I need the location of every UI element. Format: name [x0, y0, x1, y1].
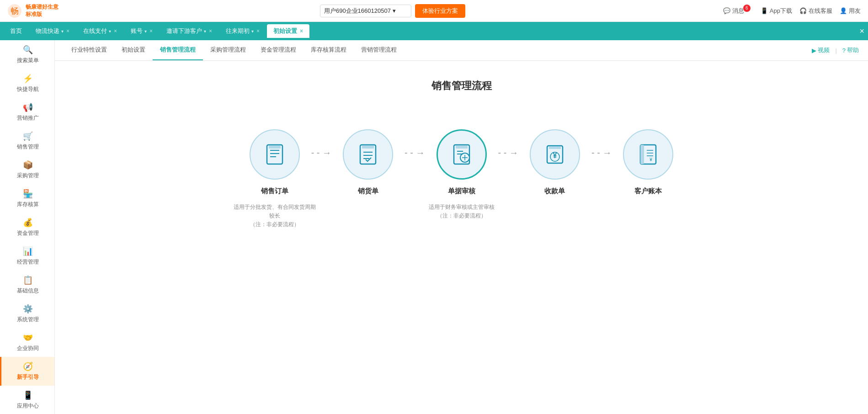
sub-tab-industry[interactable]: 行业特性设置: [64, 40, 114, 60]
sidebar-item-enterprise[interactable]: 🤝 企业协同: [0, 328, 54, 357]
flow-circle-account-book: ¥: [623, 129, 673, 180]
tab-payment[interactable]: 在线支付 ▾ ×: [77, 24, 123, 38]
try-industry-button[interactable]: 体验行业方案: [415, 4, 465, 18]
tab-account[interactable]: 账号 ▾ ×: [124, 24, 159, 38]
main-layout: 🔍 搜索菜单 ⚡ 快捷导航 📢 营销推广 🛒 销售管理 📦 采购管理 🏪 库存核…: [0, 40, 868, 414]
arrow-icon: ▾: [144, 29, 147, 34]
sidebar-item-operation[interactable]: 📊 经营管理: [0, 242, 54, 271]
top-header: 畅 畅康谱好生意 标准版 用户690企业1660120507 ▾ 体验行业方案 …: [0, 0, 868, 22]
sub-tabs: 行业特性设置 初始设置 销售管理流程 采购管理流程 资金管理流程 库存核算流程: [55, 40, 868, 61]
video-icon: ▶: [812, 47, 816, 54]
app-download-item[interactable]: 📱 App下载: [761, 7, 792, 15]
dropdown-icon: ▾: [393, 7, 396, 14]
quick-nav-icon: ⚡: [23, 74, 33, 84]
sidebar-item-app-center[interactable]: 📱 应用中心: [0, 386, 54, 414]
flow-step-delivery[interactable]: 销货单: [327, 129, 409, 203]
help-icon: ?: [842, 47, 846, 54]
logo-text: 畅康谱好生意 标准版: [26, 4, 59, 18]
svg-rect-8: [362, 145, 374, 149]
close-icon[interactable]: ×: [300, 28, 303, 34]
video-link[interactable]: ▶ 视频: [812, 46, 830, 54]
arrow-icon: ▾: [204, 29, 206, 34]
sidebar: 🔍 搜索菜单 ⚡ 快捷导航 📢 营销推广 🛒 销售管理 📦 采购管理 🏪 库存核…: [0, 40, 55, 414]
sidebar-item-quick-nav[interactable]: ⚡ 快捷导航: [0, 69, 54, 98]
header-right: 💬 消息 6 📱 App下载 🎧 在线客服 👤 用友: [723, 7, 861, 15]
logo-icon: 畅: [7, 4, 22, 18]
message-icon: 💬: [723, 7, 730, 14]
flow-step-account-book[interactable]: ¥ 客户账本: [607, 129, 689, 203]
close-icon[interactable]: ×: [114, 28, 117, 34]
flow-desc-sales-order: 适用于分批发货、有合同发货周期较长（注：非必要流程）: [234, 203, 316, 229]
sidebar-item-guide[interactable]: 🧭 新手引导: [0, 357, 54, 386]
online-service-item[interactable]: 🎧 在线客服: [799, 7, 832, 15]
sidebar-item-system[interactable]: ⚙️ 系统管理: [0, 299, 54, 328]
sidebar-item-purchase[interactable]: 📦 采购管理: [0, 155, 54, 184]
purchase-icon: 📦: [23, 160, 33, 170]
tab-initial-setup[interactable]: 初始设置 ×: [267, 24, 309, 38]
sidebar-item-finance[interactable]: 💰 资金管理: [0, 213, 54, 242]
nav-tabs: 首页 物流快递 ▾ × 在线支付 ▾ × 账号 ▾ × 邀请下游客户 ▾ × 往…: [0, 22, 868, 40]
user-selector[interactable]: 用户690企业1660120507 ▾: [320, 5, 411, 17]
svg-text:¥: ¥: [553, 152, 557, 159]
sub-tab-inventory-flow[interactable]: 库存核算流程: [304, 40, 354, 60]
flow-label-delivery: 销货单: [358, 187, 378, 196]
arrow-icon: ▾: [61, 29, 64, 34]
sub-tabs-right: ▶ 视频 | ? 帮助: [812, 46, 859, 54]
search-icon: 🔍: [23, 45, 33, 55]
sub-tab-marketing-flow[interactable]: 营销管理流程: [354, 40, 404, 60]
flow-step-receipt[interactable]: ¥ 收款单: [514, 129, 596, 203]
sub-tab-finance-flow[interactable]: 资金管理流程: [253, 40, 304, 60]
sub-tabs-left: 行业特性设置 初始设置 销售管理流程 采购管理流程 资金管理流程 库存核算流程: [64, 40, 404, 60]
svg-rect-13: [456, 145, 468, 149]
tab-home[interactable]: 首页: [4, 24, 28, 38]
close-all-button[interactable]: ×: [859, 27, 864, 36]
page-title: 销售管理流程: [64, 79, 859, 93]
sub-tab-initial[interactable]: 初始设置: [114, 40, 153, 60]
tab-logistics[interactable]: 物流快递 ▾ ×: [29, 24, 76, 38]
sidebar-item-search[interactable]: 🔍 搜索菜单: [0, 40, 54, 69]
arrow-icon: ▾: [251, 29, 254, 34]
close-icon[interactable]: ×: [209, 28, 212, 34]
svg-text:¥: ¥: [650, 157, 653, 162]
sidebar-item-sales[interactable]: 🛒 销售管理: [0, 127, 54, 155]
close-icon[interactable]: ×: [66, 28, 69, 34]
close-icon[interactable]: ×: [256, 28, 260, 34]
svg-rect-6: [269, 145, 281, 149]
marketing-icon: 📢: [23, 102, 33, 112]
inventory-icon: 🏪: [23, 189, 33, 199]
flow-circle-delivery: [343, 129, 393, 180]
sidebar-item-basic-info[interactable]: 📋 基础信息: [0, 271, 54, 299]
sidebar-item-inventory[interactable]: 🏪 库存核算: [0, 184, 54, 213]
help-link[interactable]: ? 帮助: [842, 46, 859, 54]
sub-tab-sales-flow[interactable]: 销售管理流程: [153, 40, 203, 60]
flow-label-account-book: 客户账本: [634, 187, 662, 196]
flow-step-sales-order[interactable]: 销售订单 适用于分批发货、有合同发货周期较长（注：非必要流程）: [234, 129, 316, 229]
logo-area: 畅 畅康谱好生意 标准版: [7, 4, 62, 18]
svg-rect-24: [640, 145, 644, 164]
flow-circle-receipt: ¥: [530, 129, 580, 180]
close-icon[interactable]: ×: [149, 28, 153, 34]
flow-diagram: 销售订单 适用于分批发货、有合同发货周期较长（注：非必要流程） - - →: [64, 120, 859, 239]
flow-step-approval[interactable]: 单据审核 适用于财务审核或主管审核（注：非必要流程）: [421, 129, 503, 220]
user-item[interactable]: 👤 用友: [840, 7, 861, 15]
sub-tab-purchase-flow[interactable]: 采购管理流程: [203, 40, 253, 60]
sidebar-item-marketing[interactable]: 📢 营销推广: [0, 98, 54, 127]
operation-icon: 📊: [23, 246, 33, 256]
message-item[interactable]: 💬 消息 6: [723, 7, 753, 15]
tab-period-init[interactable]: 往来期初 ▾ ×: [219, 24, 266, 38]
content-area: 行业特性设置 初始设置 销售管理流程 采购管理流程 资金管理流程 库存核算流程: [55, 40, 868, 414]
flow-label-receipt: 收款单: [544, 187, 565, 196]
sales-icon: 🛒: [23, 131, 33, 141]
basic-info-icon: 📋: [23, 275, 33, 285]
avatar-icon: 👤: [840, 7, 847, 14]
message-badge: 6: [743, 5, 751, 12]
flow-label-approval: 单据审核: [448, 187, 475, 196]
flow-label-sales-order: 销售订单: [261, 187, 288, 196]
app-center-icon: 📱: [23, 390, 33, 400]
finance-icon: 💰: [23, 218, 33, 228]
tab-invite-customer[interactable]: 邀请下游客户 ▾ ×: [160, 24, 218, 38]
enterprise-icon: 🤝: [23, 333, 33, 343]
svg-rect-20: [549, 146, 561, 149]
header-center: 用户690企业1660120507 ▾ 体验行业方案: [320, 4, 465, 18]
flow-circle-approval: [437, 129, 487, 180]
